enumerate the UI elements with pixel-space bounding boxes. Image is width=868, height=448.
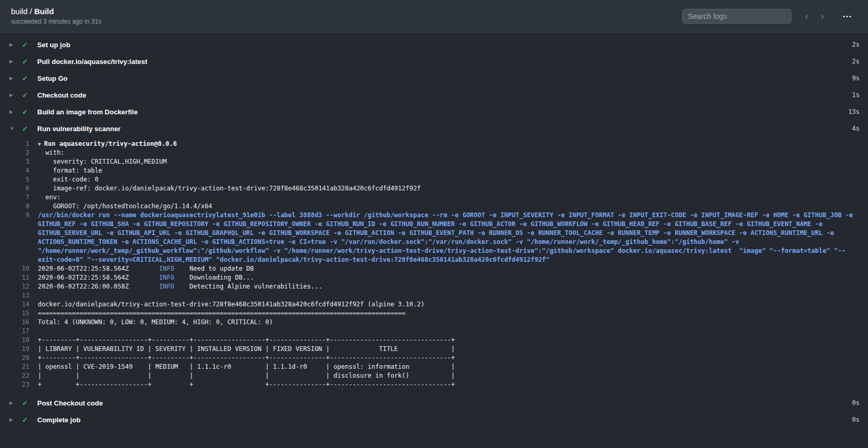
- log-line-content: GOROOT: /opt/hostedtoolcache/go/1.14.4/x…: [38, 202, 858, 211]
- log-line-content: 2020-06-02T22:25:58.564Z INFO Downloadin…: [38, 273, 858, 282]
- disclosure-triangle-icon: ▶: [9, 400, 16, 406]
- log-line-number[interactable]: 3: [0, 157, 29, 166]
- log-text-segment: exit-code: 0: [38, 176, 99, 183]
- log-line-number[interactable]: 5: [0, 175, 29, 184]
- log-text-segment: 2020-06-02T22:26:00.058Z: [38, 283, 159, 290]
- log-line-number[interactable]: 10: [0, 264, 29, 273]
- log-text-segment: format: table: [38, 167, 102, 174]
- step-duration: 4s: [852, 125, 860, 132]
- log-line: 20 +---------+------------------+-------…: [0, 354, 858, 362]
- log-line-number[interactable]: 16: [0, 318, 29, 327]
- step-duration: 0s: [852, 399, 860, 407]
- step-label: Post Checkout code: [37, 399, 852, 407]
- step-list: ▶ ✓ Set up job 2s ▶ ✓ Pull docker.io/aqu…: [0, 33, 868, 428]
- log-text-segment: image-ref: docker.io/danielpacak/trivy-a…: [38, 185, 421, 192]
- log-line: 16 Total: 4 (UNKNOWN: 0, LOW: 0, MEDIUM:…: [0, 318, 858, 327]
- log-line-number[interactable]: 21: [0, 362, 29, 371]
- log-line-content: | openssl | CVE-2019-1549 | MEDIUM | 1.1…: [38, 362, 858, 371]
- log-line-content: [38, 327, 858, 336]
- log-line-number[interactable]: 13: [0, 291, 29, 300]
- job-log-viewer: build / Build succeeded 3 minutes ago in…: [0, 0, 868, 448]
- step-label: Set up job: [37, 41, 852, 49]
- search-logs-input[interactable]: [682, 9, 791, 24]
- log-text-segment: Downloading DB...: [174, 274, 254, 281]
- log-line: 2 with:: [0, 148, 858, 157]
- step-row[interactable]: ▶ ✓ Pull docker.io/aquasec/trivy:latest …: [0, 53, 868, 70]
- log-text-segment: +---------+------------------+----------…: [38, 336, 455, 344]
- log-line-content: ========================================…: [38, 309, 858, 318]
- job-name: Build: [34, 7, 54, 16]
- log-text-segment: 2020-06-02T22:25:58.564Z: [38, 265, 159, 272]
- disclosure-triangle-icon: ▶: [9, 76, 16, 81]
- log-line-content: format: table: [38, 166, 858, 175]
- log-text-segment: 2020-06-02T22:25:58.564Z: [38, 274, 159, 281]
- log-line-number[interactable]: 23: [0, 380, 29, 389]
- log-line: 21 | openssl | CVE-2019-1549 | MEDIUM | …: [0, 362, 858, 371]
- step-label: Complete job: [37, 416, 852, 424]
- log-line-number[interactable]: 11: [0, 273, 29, 282]
- log-line-number[interactable]: 9: [0, 211, 29, 264]
- log-line-content: image-ref: docker.io/danielpacak/trivy-a…: [38, 184, 858, 193]
- log-line-number[interactable]: 19: [0, 345, 29, 354]
- log-line: 8 GOROOT: /opt/hostedtoolcache/go/1.14.4…: [0, 202, 858, 211]
- log-line-content: | | | | | | disclosure in fork() |: [38, 371, 858, 380]
- step-row[interactable]: ▶ ✓ Set up job 2s: [0, 36, 868, 53]
- log-line-number[interactable]: 17: [0, 327, 29, 336]
- success-check-icon: ✓: [22, 416, 29, 424]
- step-row[interactable]: ▶ ✓ Setup Go 9s: [0, 70, 868, 87]
- disclosure-triangle-icon: ▶: [9, 59, 16, 64]
- step-label: Setup Go: [37, 74, 852, 82]
- log-line-number[interactable]: 20: [0, 354, 29, 362]
- log-line-number[interactable]: 4: [0, 166, 29, 175]
- log-group-toggle-icon[interactable]: ▼: [38, 141, 44, 147]
- success-check-icon: ✓: [22, 74, 29, 82]
- step-row[interactable]: ▼ ✓ Run vulnerability scanner 4s: [0, 120, 868, 137]
- log-line: 17: [0, 327, 858, 336]
- step-row[interactable]: ▶ ✓ Checkout code 1s: [0, 87, 868, 103]
- log-line-content: docker.io/danielpacak/trivy-action-test-…: [38, 300, 858, 309]
- log-line: 19 | LIBRARY | VULNERABILITY ID | SEVERI…: [0, 345, 858, 354]
- log-text-segment: INFO: [159, 274, 174, 281]
- job-header: build / Build succeeded 3 minutes ago in…: [0, 0, 868, 33]
- log-line: 14 docker.io/danielpacak/trivy-action-te…: [0, 300, 858, 309]
- step-duration: 2s: [852, 41, 860, 48]
- log-text-segment: docker.io/danielpacak/trivy-action-test-…: [38, 301, 425, 308]
- step-duration: 9s: [852, 74, 860, 82]
- disclosure-triangle-icon: ▶: [9, 42, 16, 47]
- log-line-content: 2020-06-02T22:26:00.058Z INFO Detecting …: [38, 282, 858, 291]
- log-line-number[interactable]: 7: [0, 193, 29, 202]
- log-line-number[interactable]: 18: [0, 336, 29, 345]
- success-check-icon: ✓: [22, 41, 29, 49]
- success-check-icon: ✓: [22, 58, 29, 66]
- log-line-number[interactable]: 2: [0, 148, 29, 157]
- log-line: 13: [0, 291, 858, 300]
- log-line-number[interactable]: 15: [0, 309, 29, 318]
- job-header-controls: ‹ › •••: [682, 9, 856, 24]
- log-line-number[interactable]: 22: [0, 371, 29, 380]
- previous-match-button[interactable]: ‹: [799, 9, 814, 24]
- next-match-button[interactable]: ›: [814, 9, 830, 24]
- chevron-left-icon: ‹: [805, 10, 809, 22]
- log-line-content: /usr/bin/docker run --name dockerioaquas…: [38, 211, 858, 264]
- log-line-content: ▼ Run aquasecurity/trivy-action@0.0.6: [38, 140, 858, 148]
- log-line: 6 image-ref: docker.io/danielpacak/trivy…: [0, 184, 858, 193]
- log-settings-button[interactable]: •••: [839, 13, 856, 19]
- success-check-icon: ✓: [22, 91, 29, 99]
- step-row[interactable]: ▶ ✓ Post Checkout code 0s: [0, 394, 868, 411]
- log-line-number[interactable]: 14: [0, 300, 29, 309]
- disclosure-triangle-icon: ▶: [9, 92, 16, 98]
- log-line: 4 format: table: [0, 166, 858, 175]
- log-line-content: Total: 4 (UNKNOWN: 0, LOW: 0, MEDIUM: 4,…: [38, 318, 858, 327]
- step-duration: 0s: [852, 416, 860, 423]
- job-breadcrumb: build /: [11, 7, 32, 16]
- log-line: 22 | | | | | | disclosure in fork() |: [0, 371, 858, 380]
- log-line-number[interactable]: 6: [0, 184, 29, 193]
- log-line-number[interactable]: 12: [0, 282, 29, 291]
- log-line-number[interactable]: 8: [0, 202, 29, 211]
- log-text-segment: Run aquasecurity/trivy-action@0.0.6: [44, 140, 177, 147]
- log-line-number[interactable]: 1: [0, 140, 29, 148]
- step-row[interactable]: ▶ ✓ Build an image from Dockerfile 13s: [0, 103, 868, 120]
- step-row[interactable]: ▶ ✓ Complete job 0s: [0, 411, 868, 428]
- log-line: 15 =====================================…: [0, 309, 858, 318]
- log-text-segment: severity: CRITICAL,HIGH,MEDIUM: [38, 158, 167, 165]
